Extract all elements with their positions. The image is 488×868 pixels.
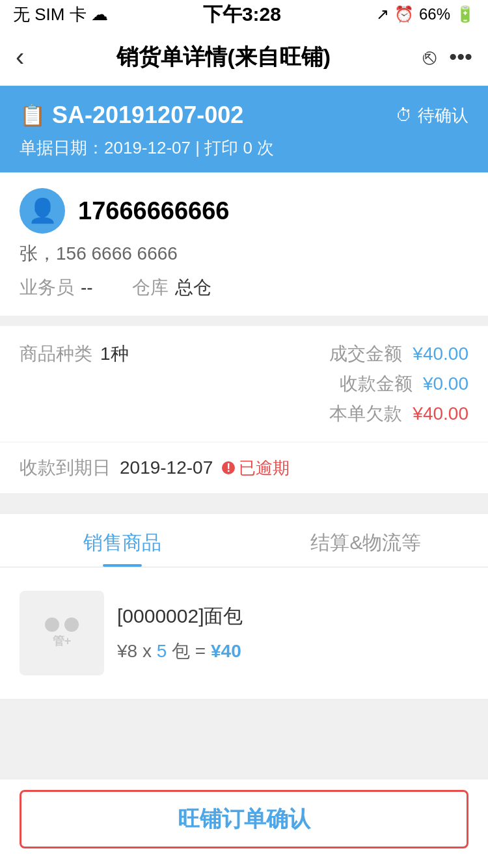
warehouse-label: 仓库 <box>132 275 169 300</box>
order-header: 📋 SA-20191207-002 ⏱ 待确认 单据日期：2019-12-07 … <box>0 86 488 172</box>
order-icon: 📋 <box>20 103 46 128</box>
transaction-amount-row: 成交金额 ¥40.00 <box>329 342 468 366</box>
status-bar: 无 SIM 卡 ☁ 下午3:28 ↗ ⏰ 66% 🔋 <box>0 0 488 29</box>
tab-sales-products[interactable]: 销售商品 <box>0 514 244 567</box>
order-header-top: 📋 SA-20191207-002 ⏱ 待确认 <box>20 102 468 129</box>
received-amount-row: 收款金额 ¥0.00 <box>340 372 468 396</box>
due-date-value: 2019-12-07 <box>120 457 213 478</box>
product-list: 管+ [0000002]面包 ¥8 x 5 包 = ¥40 <box>0 567 488 699</box>
warehouse-value: 总仓 <box>175 275 211 300</box>
customer-meta: 业务员 -- 仓库 总仓 <box>20 275 468 300</box>
battery-icon: 🔋 <box>455 5 475 23</box>
product-thumb-owl: 管+ <box>45 617 79 649</box>
overdue-icon: ! <box>222 461 235 474</box>
status-right: ↗ ⏰ 66% 🔋 <box>376 5 475 23</box>
total-value: ¥40 <box>211 641 241 661</box>
owed-amount-value: ¥40.00 <box>413 403 468 424</box>
order-id-text: SA-20191207-002 <box>52 102 243 129</box>
table-row: 管+ [0000002]面包 ¥8 x 5 包 = ¥40 <box>20 580 468 686</box>
nav-actions: ⎋ ••• <box>423 44 472 70</box>
warehouse-field: 仓库 总仓 <box>132 275 211 300</box>
order-date: 单据日期：2019-12-07 | 打印 0 次 <box>20 137 468 159</box>
no-sim-label: 无 SIM 卡 ☁ <box>13 3 108 26</box>
status-time: 下午3:28 <box>203 1 281 28</box>
customer-top: 👤 17666666666 <box>20 188 468 234</box>
tabs-container: 销售商品 结算&物流等 <box>0 514 488 567</box>
more-icon[interactable]: ••• <box>449 44 472 70</box>
tab-sales-products-label: 销售商品 <box>83 532 161 553</box>
overdue-text: 已逾期 <box>239 457 290 480</box>
overdue-badge: ! 已逾期 <box>222 457 290 480</box>
salesperson-label: 业务员 <box>20 275 74 300</box>
nav-bar: ‹ 销货单详情(来自旺铺) ⎋ ••• <box>0 29 488 86</box>
customer-card: 👤 17666666666 张，156 6666 6666 业务员 -- 仓库 … <box>0 172 488 316</box>
salesperson-field: 业务员 -- <box>20 275 93 300</box>
tab-settlement-logistics[interactable]: 结算&物流等 <box>244 514 488 567</box>
amounts: 成交金额 ¥40.00 收款金额 ¥0.00 本单欠款 ¥40.00 <box>329 342 468 426</box>
confirm-button[interactable]: 旺铺订单确认 <box>20 790 468 848</box>
received-amount-value: ¥0.00 <box>423 373 468 394</box>
qty-value: 5 <box>157 641 167 661</box>
product-price: ¥8 x 5 包 = ¥40 <box>117 639 468 664</box>
avatar: 👤 <box>20 188 65 234</box>
owed-amount-row: 本单欠款 ¥40.00 <box>329 401 468 426</box>
location-icon: ↗ <box>376 5 389 23</box>
order-id: 📋 SA-20191207-002 <box>20 102 243 129</box>
divider-2 <box>0 493 488 504</box>
page-title: 销货单详情(来自旺铺) <box>116 42 331 72</box>
product-name: [0000002]面包 <box>117 603 468 630</box>
received-amount-label: 收款金额 <box>340 372 413 396</box>
divider-1 <box>0 316 488 326</box>
clock-icon: ⏱ <box>396 105 413 126</box>
clock-icon: ⏰ <box>394 5 414 23</box>
owl-eye-right <box>64 617 79 632</box>
transaction-amount-value: ¥40.00 <box>413 344 468 364</box>
salesperson-value: -- <box>81 277 93 298</box>
unit-value: 包 <box>172 641 190 661</box>
customer-phone: 17666666666 <box>78 197 229 225</box>
product-type-label: 商品种类 <box>20 342 92 366</box>
product-thumbnail: 管+ <box>20 591 104 675</box>
due-date-card: 收款到期日 2019-12-07 ! 已逾期 <box>0 442 488 493</box>
order-status: ⏱ 待确认 <box>396 104 468 127</box>
owl-eyes <box>45 617 79 632</box>
owl-eye-left <box>45 617 59 632</box>
price-value: ¥8 <box>117 641 137 661</box>
product-info: [0000002]面包 ¥8 x 5 包 = ¥40 <box>117 603 468 664</box>
status-left: 无 SIM 卡 ☁ <box>13 3 108 26</box>
product-type-value: 1种 <box>100 342 129 366</box>
share-icon[interactable]: ⎋ <box>423 44 436 70</box>
summary-card: 商品种类 1种 成交金额 ¥40.00 收款金额 ¥0.00 本单欠款 ¥40.… <box>0 326 488 442</box>
battery-label: 66% <box>419 5 450 23</box>
transaction-amount-label: 成交金额 <box>329 342 402 366</box>
summary-row: 商品种类 1种 成交金额 ¥40.00 收款金额 ¥0.00 本单欠款 ¥40.… <box>20 342 468 426</box>
tab-settlement-logistics-label: 结算&物流等 <box>310 532 421 553</box>
status-text: 待确认 <box>418 104 468 127</box>
product-type-field: 商品种类 1种 <box>20 342 129 366</box>
price-separator: x <box>142 641 157 661</box>
bottom-bar: 旺铺订单确认 <box>0 780 488 868</box>
due-date-label: 收款到期日 <box>20 455 111 480</box>
owed-amount-label: 本单欠款 <box>329 401 402 426</box>
customer-name: 张，156 6666 6666 <box>20 241 468 266</box>
equals-sign: = <box>195 641 211 661</box>
avatar-icon: 👤 <box>28 197 57 224</box>
back-button[interactable]: ‹ <box>16 42 24 72</box>
owl-body-text: 管+ <box>53 633 72 649</box>
